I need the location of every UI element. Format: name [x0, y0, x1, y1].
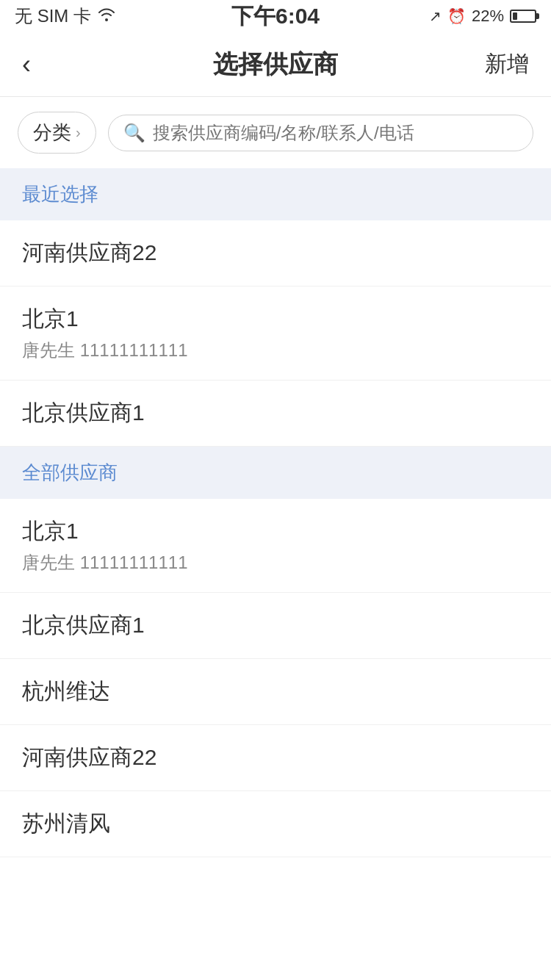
filter-row: 分类 › 🔍 — [0, 97, 551, 168]
status-left: 无 SIM 卡 — [15, 4, 116, 28]
status-bar: 无 SIM 卡 下午6:04 ↗ ⏰ 22% — [0, 0, 551, 32]
recent-list-item[interactable]: 北京供应商1 — [0, 381, 551, 447]
alarm-icon: ⏰ — [447, 7, 466, 25]
all-list-item[interactable]: 杭州维达 — [0, 659, 551, 725]
all-list-item[interactable]: 苏州清风 — [0, 791, 551, 857]
recent-section-header: 最近选择 — [0, 168, 551, 220]
item-name: 北京1 — [22, 304, 529, 334]
item-sub: 唐先生 11111111111 — [22, 551, 529, 574]
item-name: 北京1 — [22, 516, 529, 547]
battery-percent: 22% — [472, 7, 504, 26]
wifi-icon — [97, 6, 116, 26]
all-list-item[interactable]: 北京供应商1 — [0, 593, 551, 659]
status-time: 下午6:04 — [231, 1, 320, 32]
all-section-label: 全部供应商 — [22, 461, 118, 483]
item-name: 北京供应商1 — [22, 610, 529, 641]
search-icon: 🔍 — [123, 123, 145, 143]
status-right: ↗ ⏰ 22% — [429, 7, 536, 26]
sim-text: 无 SIM 卡 — [15, 4, 91, 28]
nav-bar: ‹ 选择供应商 新增 — [0, 32, 551, 97]
recent-list-item[interactable]: 河南供应商22 — [0, 220, 551, 287]
search-input[interactable] — [153, 123, 518, 143]
page-title: 选择供应商 — [213, 48, 338, 82]
item-name: 河南供应商22 — [22, 238, 529, 268]
all-items-list: 北京1 唐先生 11111111111 北京供应商1 杭州维达 河南供应商22 … — [0, 499, 551, 857]
item-name: 杭州维达 — [22, 677, 529, 707]
all-section-header: 全部供应商 — [0, 447, 551, 499]
all-list-item[interactable]: 北京1 唐先生 11111111111 — [0, 499, 551, 593]
item-name: 苏州清风 — [22, 809, 529, 839]
item-name: 北京供应商1 — [22, 398, 529, 428]
back-button[interactable]: ‹ — [22, 49, 66, 80]
item-sub: 唐先生 11111111111 — [22, 339, 529, 362]
item-name: 河南供应商22 — [22, 743, 529, 773]
location-icon: ↗ — [429, 7, 442, 25]
recent-list-item[interactable]: 北京1 唐先生 11111111111 — [0, 287, 551, 381]
battery-icon — [510, 10, 536, 23]
add-button[interactable]: 新增 — [485, 49, 529, 79]
category-button[interactable]: 分类 › — [18, 112, 96, 154]
chevron-right-icon: › — [76, 124, 81, 141]
recent-section-label: 最近选择 — [22, 183, 98, 205]
recent-items-list: 河南供应商22 北京1 唐先生 11111111111 北京供应商1 — [0, 220, 551, 447]
all-list-item[interactable]: 河南供应商22 — [0, 725, 551, 791]
category-label: 分类 — [33, 120, 71, 145]
search-box[interactable]: 🔍 — [108, 115, 533, 151]
